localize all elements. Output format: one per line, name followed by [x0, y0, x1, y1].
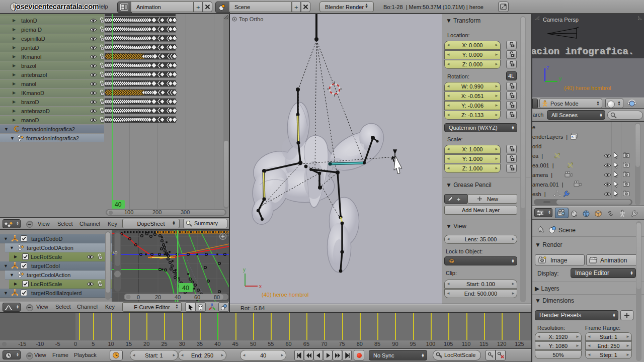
- svg-text:y: y: [559, 75, 562, 81]
- svg-text:-5: -5: [113, 251, 118, 255]
- svg-text:0: 0: [137, 294, 140, 300]
- svg-text:20: 20: [155, 294, 161, 300]
- svg-text:80: 80: [214, 294, 220, 300]
- svg-text:y: y: [243, 267, 246, 273]
- svg-text:x: x: [259, 284, 262, 289]
- svg-text:40: 40: [175, 294, 181, 300]
- svg-text:60: 60: [194, 294, 200, 300]
- svg-text:40: 40: [182, 285, 189, 292]
- svg-text:z: z: [546, 64, 549, 70]
